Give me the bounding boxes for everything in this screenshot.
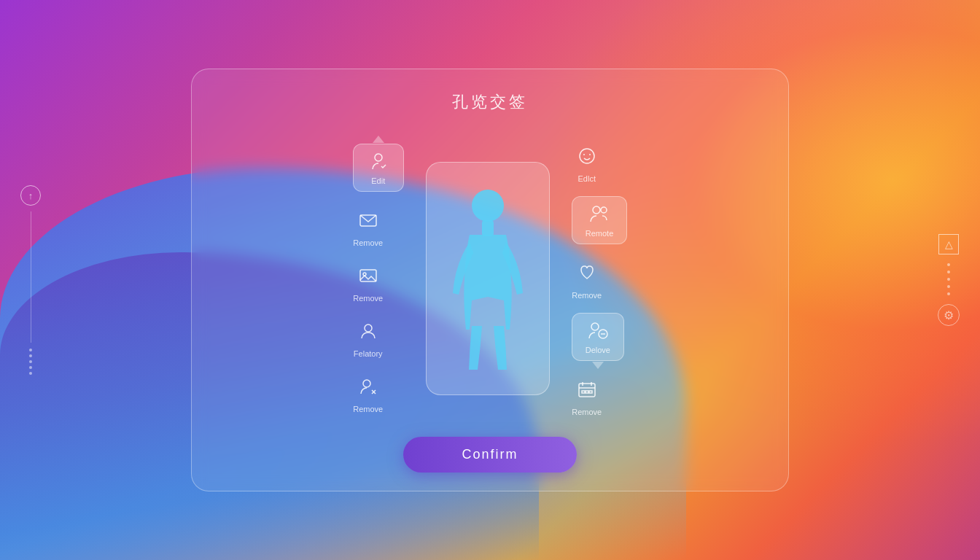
- heart-svg: [577, 262, 597, 283]
- envelope-svg: [358, 210, 378, 230]
- svg-point-10: [589, 154, 591, 155]
- svg-point-8: [580, 149, 594, 163]
- remove-calendar-item[interactable]: Remove: [572, 374, 602, 416]
- remove-user-left-item[interactable]: Remove: [353, 371, 384, 413]
- svg-point-9: [583, 154, 585, 155]
- confirm-button[interactable]: Confirm: [403, 437, 576, 472]
- vertical-line-left: [31, 211, 31, 343]
- dot: [947, 292, 950, 295]
- edit-pill-label: Edit: [371, 176, 385, 185]
- edit-pill[interactable]: Edit: [353, 144, 404, 192]
- left-icon-group: Edit Remove: [353, 144, 404, 413]
- dot: [29, 372, 32, 375]
- remove-heart-label: Remove: [572, 291, 602, 300]
- image-icon: [353, 260, 384, 291]
- smiley-svg: [577, 146, 597, 166]
- remote-user-icon: [588, 203, 611, 226]
- svg-rect-20: [582, 391, 585, 393]
- dialog-title: 孔览交签: [452, 91, 528, 113]
- human-figure-svg: [444, 184, 532, 373]
- delete-pill-label: Delove: [586, 346, 610, 354]
- svg-point-13: [591, 323, 599, 330]
- figure-card: [426, 162, 550, 395]
- image-svg: [358, 265, 378, 286]
- calendar-icon: [572, 374, 602, 405]
- remove-image-item[interactable]: Remove: [353, 260, 384, 303]
- gear-icon[interactable]: ⚙: [938, 304, 960, 326]
- dot: [947, 271, 950, 273]
- edit-smiley-label: Edlct: [578, 174, 596, 183]
- svg-point-5: [363, 380, 370, 387]
- svg-rect-22: [589, 391, 592, 393]
- up-arrow-icon[interactable]: ↑: [20, 185, 41, 206]
- right-icon-group: Edlct Remote Remove: [572, 141, 628, 416]
- felatory-item[interactable]: Felatory: [353, 316, 384, 358]
- right-edge-decoration: △ ⚙: [938, 234, 960, 326]
- svg-point-4: [365, 324, 372, 332]
- dot-group-right: [947, 263, 950, 295]
- svg-point-6: [472, 190, 504, 222]
- remove-heart-item[interactable]: Remove: [572, 257, 602, 300]
- calendar-svg: [577, 379, 597, 400]
- svg-rect-7: [482, 220, 494, 236]
- dot: [947, 285, 950, 288]
- heart-icon: [572, 257, 602, 288]
- edit-smiley-item[interactable]: Edlct: [572, 141, 602, 183]
- delete-user-icon: [586, 319, 610, 343]
- smiley-icon: [572, 141, 602, 171]
- dot: [947, 263, 950, 266]
- content-area: Edit Remove: [221, 141, 759, 416]
- user-svg: [358, 321, 378, 341]
- svg-point-11: [593, 206, 600, 214]
- user-remove-icon: [353, 371, 384, 402]
- remove-email-label: Remove: [353, 238, 383, 247]
- delete-pill[interactable]: Delove: [572, 313, 624, 361]
- svg-rect-21: [586, 391, 588, 393]
- envelope-icon: [353, 205, 384, 236]
- remote-pill[interactable]: Remote: [572, 196, 628, 244]
- felatory-label: Felatory: [354, 349, 383, 358]
- left-edge-decoration: ↑: [20, 185, 41, 375]
- remove-image-label: Remove: [353, 294, 383, 303]
- dot-group-left: [29, 349, 32, 375]
- dot: [29, 360, 32, 363]
- dot: [29, 366, 32, 369]
- dot: [29, 354, 32, 357]
- user-icon: [353, 316, 384, 346]
- edit-user-icon: [367, 150, 390, 174]
- remote-pill-label: Remote: [586, 229, 614, 238]
- remove-email-item[interactable]: Remove: [353, 205, 384, 247]
- dot: [947, 278, 950, 281]
- main-dialog: 孔览交签 Edit Re: [191, 69, 789, 491]
- triangle-icon: △: [938, 234, 959, 254]
- remove-user-left-label: Remove: [353, 405, 383, 413]
- user-remove-svg: [358, 376, 378, 397]
- svg-rect-16: [579, 384, 595, 397]
- svg-point-0: [375, 154, 382, 161]
- remove-calendar-label: Remove: [572, 408, 602, 416]
- dot: [29, 349, 32, 351]
- svg-point-12: [601, 207, 607, 213]
